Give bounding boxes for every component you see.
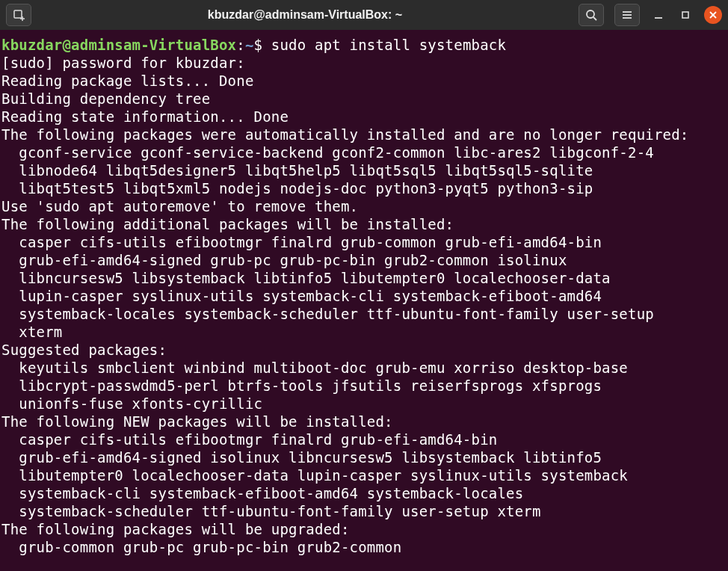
prompt-line: kbuzdar@adminsam-VirtualBox:~$ sudo apt … xyxy=(1,36,727,54)
close-icon xyxy=(709,10,718,19)
svg-point-3 xyxy=(587,10,594,18)
hamburger-icon xyxy=(621,9,633,21)
titlebar-right xyxy=(579,4,722,26)
output-line: grub-efi-amd64-signed isolinux libncurse… xyxy=(1,448,727,466)
output-line: Suggested packages: xyxy=(1,341,727,359)
output-line: Building dependency tree xyxy=(1,90,727,108)
output-line: libcrypt-passwdmd5-perl btrfs-tools jfsu… xyxy=(1,377,727,395)
output-line: systemback-scheduler ttf-ubuntu-font-fam… xyxy=(1,502,727,520)
command-text: sudo apt install systemback xyxy=(271,37,506,53)
output-line: gconf-service gconf-service-backend gcon… xyxy=(1,143,727,161)
output-line: libutempter0 localechooser-data lupin-ca… xyxy=(1,466,727,484)
output-line: lupin-casper syslinux-utils systemback-c… xyxy=(1,287,727,305)
output-line: The following packages were automaticall… xyxy=(1,126,727,143)
menu-button[interactable] xyxy=(614,4,640,26)
minimize-icon xyxy=(653,10,664,20)
minimize-button[interactable] xyxy=(650,7,667,23)
output-line: xterm xyxy=(1,323,727,341)
output-line: systemback-locales systemback-scheduler … xyxy=(1,305,727,323)
search-button[interactable] xyxy=(579,4,604,26)
window-title: kbuzdar@adminsam-VirtualBox: ~ xyxy=(37,8,573,22)
output-line: The following packages will be upgraded: xyxy=(1,520,727,538)
output-line: systemback-cli systemback-efiboot-amd64 … xyxy=(1,484,727,502)
output-line: The following additional packages will b… xyxy=(1,215,727,233)
maximize-icon xyxy=(680,10,691,20)
svg-rect-0 xyxy=(14,10,22,18)
output-line: grub-efi-amd64-signed grub-pc grub-pc-bi… xyxy=(1,251,727,269)
svg-line-4 xyxy=(593,17,596,20)
svg-rect-9 xyxy=(682,12,688,18)
prompt-path: ~ xyxy=(245,37,254,53)
output-line: casper cifs-utils efibootmgr finalrd gru… xyxy=(1,233,727,251)
output-line: The following NEW packages will be insta… xyxy=(1,413,727,430)
close-button[interactable] xyxy=(704,6,722,24)
output-line: keyutils smbclient winbind multiboot-doc… xyxy=(1,359,727,377)
output-line: grub-common grub-pc grub-pc-bin grub2-co… xyxy=(1,538,727,556)
search-icon xyxy=(585,9,597,21)
output-line: Use 'sudo apt autoremove' to remove them… xyxy=(1,197,727,215)
output-line: unionfs-fuse xfonts-cyrillic xyxy=(1,395,727,413)
terminal-output[interactable]: kbuzdar@adminsam-VirtualBox:~$ sudo apt … xyxy=(0,30,728,562)
output-line: libqt5test5 libqt5xml5 nodejs nodejs-doc… xyxy=(1,179,727,197)
new-tab-icon xyxy=(13,9,25,21)
new-tab-button[interactable] xyxy=(6,4,31,26)
output-line: libncursesw5 libsystemback libtinfo5 lib… xyxy=(1,269,727,287)
output-line: casper cifs-utils efibootmgr finalrd gru… xyxy=(1,430,727,448)
output-line: Reading package lists... Done xyxy=(1,72,727,90)
titlebar-left xyxy=(6,4,31,26)
output-line: [sudo] password for kbuzdar: xyxy=(1,54,727,72)
output-line: libnode64 libqt5designer5 libqt5help5 li… xyxy=(1,161,727,179)
maximize-button[interactable] xyxy=(677,7,694,23)
titlebar: kbuzdar@adminsam-VirtualBox: ~ xyxy=(0,0,728,30)
prompt-user-host: kbuzdar@adminsam-VirtualBox xyxy=(1,37,236,53)
output-line: Reading state information... Done xyxy=(1,108,727,126)
